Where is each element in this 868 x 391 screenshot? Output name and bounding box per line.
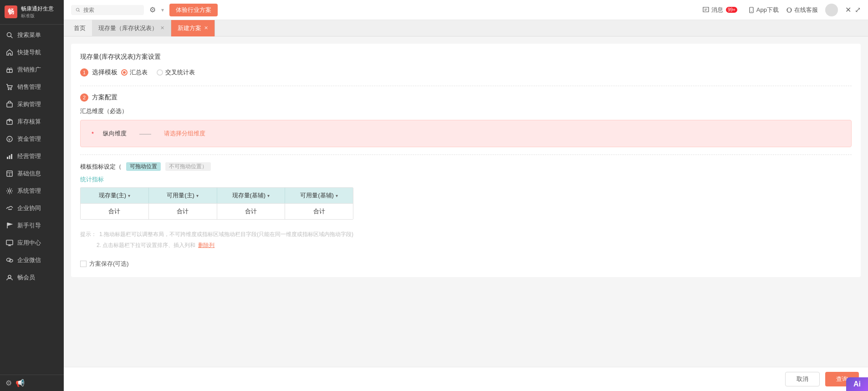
app-download-item[interactable]: App下载 — [748, 6, 779, 14]
settings-panel: 现存量(库存状况表)方案设置 1 选择模板 汇总表 交叉统计表 — [71, 44, 861, 277]
stats-body-current-main: 合计 — [81, 204, 149, 219]
sidebar-item-inventory[interactable]: 库存核算 — [0, 113, 64, 130]
sidebar-item-marketing[interactable]: 营销推广 — [0, 61, 64, 78]
logo-text: 畅康通好生意 标准版 — [21, 5, 54, 19]
stats-body-available-main: 合计 — [149, 204, 217, 219]
stats-body-current-aux: 合计 — [217, 204, 286, 219]
save-checkbox[interactable] — [80, 261, 87, 267]
chevron-icon-3: ▾ — [267, 193, 270, 198]
stats-header-available-main[interactable]: 可用量(主) ▾ — [149, 188, 217, 203]
cancel-button[interactable]: 取消 — [785, 372, 820, 386]
topbar: ⚙ ▾ 体验行业方案 消息 99+ App下载 在线客服 ✕ ⤢ — [64, 0, 868, 20]
stats-header-available-aux[interactable]: 可用量(基辅) ▾ — [285, 188, 353, 203]
box-icon — [5, 118, 14, 126]
chart-icon — [5, 152, 14, 160]
radio-circle-cross — [157, 69, 163, 76]
svg-rect-12 — [7, 157, 8, 159]
messages-item[interactable]: 消息 99+ — [702, 6, 737, 14]
sidebar-item-sales[interactable]: 销售管理 — [0, 78, 64, 96]
sidebar-item-system[interactable]: 系统管理 — [0, 182, 64, 200]
sidebar-item-basics[interactable]: 基础信息 — [0, 165, 64, 182]
search-input[interactable] — [83, 7, 139, 13]
sidebar-item-member[interactable]: 畅会员 — [0, 269, 64, 286]
template-radio-group: 汇总表 交叉统计表 — [121, 68, 195, 77]
sidebar-item-finance[interactable]: ¥ 资金管理 — [0, 130, 64, 148]
radio-summary[interactable]: 汇总表 — [121, 68, 148, 77]
svg-rect-7 — [7, 103, 12, 107]
tab-home[interactable]: 首页 — [67, 20, 92, 36]
svg-rect-20 — [6, 240, 13, 245]
phone-icon — [748, 7, 755, 13]
window-close-icon[interactable]: ✕ — [845, 5, 851, 14]
inner-divider — [80, 154, 852, 155]
stats-header-current-main[interactable]: 现存量(主) ▾ — [81, 188, 149, 203]
svg-point-25 — [8, 275, 11, 278]
topbar-search-icon — [76, 7, 81, 13]
section1-title: 选择模板 — [92, 68, 117, 77]
tab-new-plan[interactable]: 新建方案 ✕ — [171, 20, 215, 36]
gift-icon — [5, 66, 14, 74]
chevron-icon-4: ▾ — [336, 193, 338, 198]
logo-icon: 畅 — [5, 5, 17, 18]
topbar-settings-icon[interactable]: ⚙ — [149, 5, 156, 14]
content-area: 现存量(库存状况表)方案设置 1 选择模板 汇总表 交叉统计表 — [64, 36, 868, 367]
topbar-right: 消息 99+ App下载 在线客服 ✕ ⤢ — [702, 4, 861, 16]
user-avatar[interactable] — [825, 4, 838, 16]
home-icon — [5, 48, 14, 57]
sidebar-item-app-center[interactable]: 应用中心 — [0, 234, 64, 252]
section2-header: 2 方案配置 — [80, 93, 852, 102]
section-config: 2 方案配置 汇总维度（必选） * 纵向维度 —— 请选择分组维度 模板指标设定… — [80, 93, 852, 251]
stats-body-available-aux: 合计 — [285, 204, 353, 219]
topbar-left: ⚙ ▾ 体验行业方案 — [71, 4, 218, 16]
svg-point-5 — [8, 89, 9, 90]
tab-close-inventory[interactable]: ✕ — [160, 25, 164, 31]
save-label: 方案保存(可选) — [89, 260, 129, 268]
settings-footer-icon[interactable]: ⚙ — [5, 379, 12, 387]
online-service-item[interactable]: 在线客服 — [786, 6, 818, 14]
delete-column-link[interactable]: 删除列 — [198, 240, 214, 251]
sidebar-item-search-menu[interactable]: 搜索菜单 — [0, 26, 64, 44]
section1-header: 1 选择模板 汇总表 交叉统计表 — [80, 68, 852, 77]
non-draggable-badge: 不可拖动位置） — [165, 162, 211, 171]
dimension-box[interactable]: * 纵向维度 —— 请选择分组维度 — [80, 120, 852, 147]
stats-header-current-aux[interactable]: 现存量(基辅) ▾ — [217, 188, 286, 203]
dim-required-mark: * — [92, 130, 94, 137]
yen-icon: ¥ — [5, 135, 14, 143]
shopping-icon — [5, 83, 14, 91]
chevron-icon-1: ▾ — [128, 193, 130, 198]
bag-icon — [5, 100, 14, 108]
dim-vertical-label: 纵向维度 — [103, 129, 127, 138]
page-title: 现存量(库存状况表)方案设置 — [80, 53, 852, 61]
search-box[interactable] — [71, 5, 144, 15]
radio-cross[interactable]: 交叉统计表 — [157, 68, 195, 77]
speaker-icon[interactable]: 📢 — [15, 379, 25, 387]
svg-rect-14 — [11, 154, 12, 159]
headset-icon — [786, 7, 792, 13]
ai-badge[interactable]: Ai — [846, 377, 868, 391]
sidebar-item-cooperation[interactable]: 企业协同 — [0, 200, 64, 217]
monitor-icon — [5, 239, 14, 247]
sidebar-nav: 搜索菜单 快捷导航 营销推广 销售管理 采购管理 — [0, 25, 64, 375]
indicator-settings: 模板指标设定（ 可拖动位置 不可拖动位置） 统计指标 现存量(主) ▾ — [80, 162, 852, 220]
flag-icon — [5, 221, 14, 230]
dropdown-icon[interactable]: ▾ — [161, 7, 164, 13]
stats-table: 现存量(主) ▾ 可用量(主) ▾ 现存量(基辅) ▾ — [80, 187, 353, 220]
sidebar: 畅 畅康通好生意 标准版 搜索菜单 快捷导航 营销推广 — [0, 0, 64, 391]
indicator-label: 模板指标设定（ 可拖动位置 不可拖动位置） — [80, 162, 852, 171]
search-icon — [5, 31, 14, 39]
tip2: 2. 点击标题栏下拉可设置排序、插入列和 删除列 — [80, 240, 852, 251]
sidebar-item-purchase[interactable]: 采购管理 — [0, 96, 64, 113]
tab-inventory-status[interactable]: 现存量（库存状况表） ✕ — [92, 20, 171, 36]
sidebar-item-quick-nav[interactable]: 快捷导航 — [0, 44, 64, 61]
stats-header-row: 现存量(主) ▾ 可用量(主) ▾ 现存量(基辅) ▾ — [81, 188, 353, 203]
sidebar-item-wechat[interactable]: 企业微信 — [0, 252, 64, 269]
tip1: 提示： 1.拖动标题栏可以调整布局，不可跨维度或指标区域拖动栏目字段(只能在同一… — [80, 229, 852, 240]
window-controls: ✕ ⤢ — [845, 5, 861, 14]
window-expand-icon[interactable]: ⤢ — [855, 5, 861, 14]
wechat-icon — [5, 256, 14, 264]
sidebar-item-newbie[interactable]: 新手引导 — [0, 217, 64, 234]
tab-close-new-plan[interactable]: ✕ — [204, 25, 208, 31]
svg-point-6 — [10, 89, 11, 90]
sidebar-item-operations[interactable]: 经营管理 — [0, 148, 64, 165]
industry-plan-button[interactable]: 体验行业方案 — [169, 4, 218, 16]
